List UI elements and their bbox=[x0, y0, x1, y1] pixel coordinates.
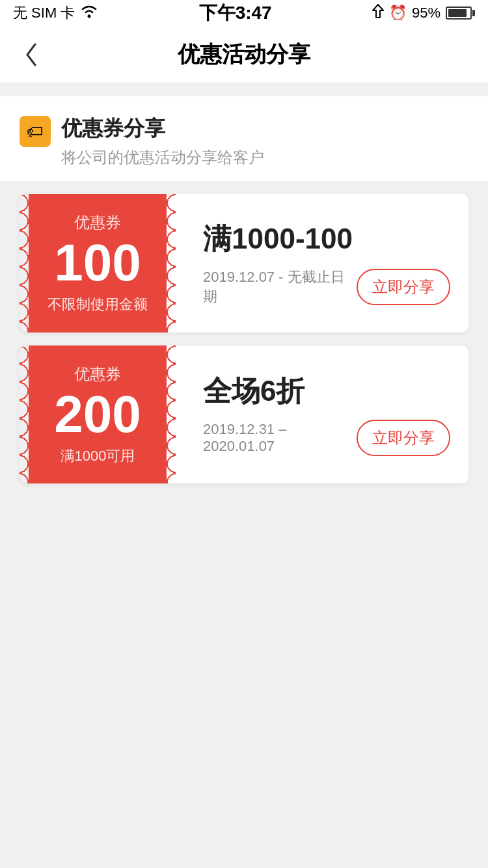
coupon-name-2: 全场6折 bbox=[203, 372, 450, 411]
coupon-share-button-1[interactable]: 立即分享 bbox=[357, 269, 450, 305]
nav-bar: 优惠活动分享 bbox=[0, 26, 488, 83]
coupon-share-button-2[interactable]: 立即分享 bbox=[357, 420, 450, 456]
section-title: 优惠券分享 bbox=[61, 115, 264, 143]
coupon-date-2: 2019.12.31 – 2020.01.07 bbox=[203, 421, 346, 455]
coupon-condition-1: 不限制使用金额 bbox=[47, 295, 148, 314]
section-divider-top bbox=[0, 83, 488, 96]
coupon-amount-1: 100 bbox=[54, 237, 141, 289]
coupon-name-1: 满1000-100 bbox=[203, 220, 450, 258]
no-sim-label: 无 SIM 卡 bbox=[13, 3, 75, 23]
status-right: ⏰ 95% bbox=[372, 4, 475, 22]
coupon-list: 优惠券 100 不限制使用金额 满1000-100 2019.12.07 - 无… bbox=[0, 181, 488, 496]
wifi-icon bbox=[80, 4, 98, 22]
coupon-left-1: 优惠券 100 不限制使用金额 bbox=[20, 194, 176, 332]
battery-icon bbox=[446, 7, 475, 20]
coupon-card-2: 优惠券 200 满1000可用 全场6折 2019.12.31 – 2020.0… bbox=[20, 346, 468, 484]
coupon-label-1: 优惠券 bbox=[74, 212, 121, 233]
coupon-right-1: 满1000-100 2019.12.07 - 无截止日期 立即分享 bbox=[176, 194, 468, 332]
status-time: 下午3:47 bbox=[199, 1, 272, 25]
coupon-amount-2: 200 bbox=[54, 388, 141, 441]
back-button[interactable] bbox=[16, 39, 47, 70]
status-bar: 无 SIM 卡 下午3:47 ⏰ 95% bbox=[0, 0, 488, 26]
coupon-condition-2: 满1000可用 bbox=[61, 447, 135, 466]
status-left: 无 SIM 卡 bbox=[13, 3, 98, 23]
section-text: 优惠券分享 将公司的优惠活动分享给客户 bbox=[61, 115, 264, 168]
coupon-meta-1: 2019.12.07 - 无截止日期 立即分享 bbox=[203, 267, 450, 306]
alarm-icon: ⏰ bbox=[389, 5, 407, 21]
coupon-section-icon: 🏷 bbox=[20, 116, 51, 147]
coupon-left-2: 优惠券 200 满1000可用 bbox=[20, 346, 176, 484]
section-header: 🏷 优惠券分享 将公司的优惠活动分享给客户 bbox=[0, 96, 488, 181]
coupon-card-1: 优惠券 100 不限制使用金额 满1000-100 2019.12.07 - 无… bbox=[20, 194, 468, 332]
svg-point-0 bbox=[88, 15, 91, 18]
section-subtitle: 将公司的优惠活动分享给客户 bbox=[61, 147, 264, 168]
empty-area bbox=[0, 496, 488, 822]
battery-percent: 95% bbox=[412, 5, 441, 21]
coupon-right-2: 全场6折 2019.12.31 – 2020.01.07 立即分享 bbox=[176, 346, 468, 484]
location-icon bbox=[372, 4, 384, 22]
coupon-label-2: 优惠券 bbox=[74, 364, 121, 385]
coupon-date-1: 2019.12.07 - 无截止日期 bbox=[203, 267, 346, 306]
page-title: 优惠活动分享 bbox=[178, 40, 310, 70]
coupon-meta-2: 2019.12.31 – 2020.01.07 立即分享 bbox=[203, 420, 450, 456]
